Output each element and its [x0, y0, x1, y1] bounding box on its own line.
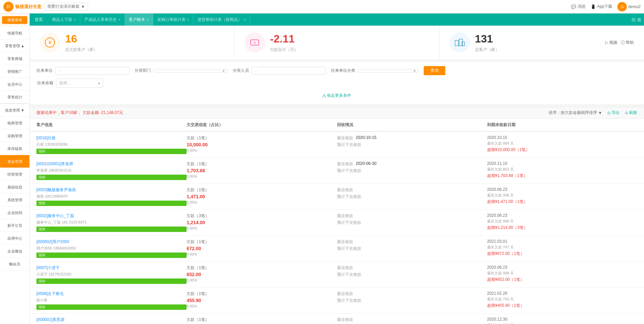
customer-name-link-3[interactable]: [0003]畅捷服务尹海燕: [36, 187, 187, 193]
customer-name-link-5[interactable]: [000002]用户2050: [36, 239, 187, 245]
collapse-filter-btn[interactable]: ⋀ 收起更多条件: [36, 91, 637, 100]
customer-contact-7: 陈小希: [36, 298, 187, 303]
manager-filter: 分管人员 ···: [233, 67, 326, 75]
recovery-info-7: 最近收款 预计下次收款: [337, 291, 487, 310]
sidebar-item-enterprise-wechat[interactable]: 企业微信: [0, 245, 29, 258]
unit-category-filter: 往来单位分类 ▼: [331, 68, 419, 73]
overdue-info-3: 2020.06.23 最长欠款 998 天 超期¥1,471.00（1笔）: [487, 187, 637, 206]
overdue-amount-link-5[interactable]: 超期¥672.00（1笔）: [487, 251, 637, 257]
customer-contact-4: 服务中心_丁磊 181 0125 8371: [36, 220, 187, 225]
tab-customer-account[interactable]: 客户账本 ×: [125, 13, 153, 26]
debt-info-3: 欠款（1笔） 1,471.00 0.00%: [187, 187, 337, 206]
sort-button[interactable]: 排序：按欠款金额倒序排序 ▼: [549, 110, 602, 116]
sidebar-item-basic-info[interactable]: 基础信息: [0, 181, 29, 194]
debt-amount-3[interactable]: 1,471.00: [187, 194, 337, 199]
customer-contact-1: 吕俊 13026203696: [36, 142, 187, 147]
balance-chevron: ▼: [97, 81, 101, 85]
tab-bar: 首页 商品上下架 × 产成品入库单历史 × 客户账本 × 采购订单统计表 ×: [30, 13, 644, 26]
sidebar-item-system[interactable]: 系统管理: [0, 194, 29, 206]
result-text: 搜索结果中，客户16家， 欠款金额 -21,148.07元: [36, 110, 123, 116]
table-row: [000001]黄思源 黄思源 13552700226 现销 欠款（1笔） 42…: [30, 314, 644, 324]
manager-input[interactable]: ···: [252, 67, 326, 75]
table-row: [0006]去下粮仓 陈小希 现销 欠款（1笔） 455.90 0.00% 最近…: [30, 288, 644, 314]
sidebar-item-app-center[interactable]: 应用中心: [0, 232, 29, 245]
unit-category-input[interactable]: ▼: [358, 69, 419, 72]
sidebar-item-quick-nav[interactable]: 快捷导航: [0, 27, 29, 39]
content-area: ¥ 16 总欠款客户（家） ¥ -2.11 欠款合计（万）: [30, 26, 644, 324]
tab-close-products[interactable]: ×: [74, 18, 76, 22]
tab-close-purchase-stats[interactable]: ×: [244, 18, 246, 22]
debtors-icon: ¥: [40, 32, 60, 53]
header-customer-info: 客户信息: [36, 122, 187, 128]
table-row: [000002]用户2050 用户2050 18665062050 现销 欠款（…: [30, 236, 644, 262]
department-input[interactable]: ▼: [153, 69, 228, 72]
sidebar-item-batch-mgmt[interactable]: 批发管理 ▼: [0, 104, 29, 117]
debt-amount-4[interactable]: 1,214.00: [187, 220, 337, 225]
sidebar-item-marketing[interactable]: 营销推广: [0, 65, 29, 78]
sidebar-item-finance[interactable]: 资金管理: [0, 155, 29, 168]
customer-tag-5: 现销: [36, 253, 187, 258]
tab-purchase-order[interactable]: 采购订单统计表 ×: [153, 13, 194, 26]
recovery-info-4: 最近收款 预计下次收款: [337, 213, 487, 232]
tab-close-history[interactable]: ×: [118, 18, 120, 22]
refresh-button[interactable]: ⊙ 刷新: [625, 110, 637, 116]
tab-expand-icon[interactable]: ⊞: [637, 17, 641, 22]
sidebar-item-retail-mgmt[interactable]: 零售管理 ▲: [0, 39, 29, 52]
export-button[interactable]: ⊙ 导出: [607, 110, 620, 116]
sort-chevron-icon: ▼: [598, 111, 602, 115]
source-unit-input[interactable]: ···: [55, 67, 130, 75]
sidebar-item-ecommerce[interactable]: 电商管理: [0, 117, 29, 129]
debt-amount-1[interactable]: 10,000.00: [187, 142, 337, 147]
view-video-btn[interactable]: ▷ 视频: [605, 40, 617, 46]
tab-purchase-stats[interactable]: 进货单统计表（按商品） ×: [193, 13, 250, 26]
industry-selector[interactable]: 母婴行业演示账套 ▼: [44, 3, 88, 10]
tab-close-customer[interactable]: ×: [147, 18, 149, 22]
debt-amount-2[interactable]: 1,703.68: [187, 168, 337, 173]
overdue-amount-link-6[interactable]: 超期¥652.00（1笔）: [487, 277, 637, 283]
overdue-amount-link-1[interactable]: 超期¥10,000.00（1笔）: [487, 147, 637, 153]
tab-minimize-icon[interactable]: ⊟: [632, 17, 636, 22]
sidebar-item-enterprise-coop[interactable]: 企业协同: [0, 206, 29, 219]
app-download-action[interactable]: 📱 App下载: [591, 4, 612, 9]
sidebar-item-ops[interactable]: 经营管理: [0, 168, 29, 181]
customer-name-link-7[interactable]: [0006]去下粮仓: [36, 291, 187, 297]
overdue-amount-link-3[interactable]: 超期¥1,471.00（1笔）: [487, 199, 637, 205]
customer-name-link-4[interactable]: [0002]服务中心_丁磊: [36, 213, 187, 219]
debt-amount-5[interactable]: 672.00: [187, 246, 337, 251]
message-action[interactable]: 💬 消息: [571, 4, 586, 9]
debt-info-5: 欠款（1笔） 672.00 0.00%: [187, 239, 337, 258]
tab-home[interactable]: 首页: [30, 13, 48, 26]
overdue-amount-link-2[interactable]: 超期¥1,703.68（1笔）: [487, 173, 637, 179]
search-menu-button[interactable]: 搜索菜单: [2, 16, 27, 24]
overdue-info-2: 2020.11.15 最长欠款 853 天 超期¥1,703.68（1笔）: [487, 161, 637, 180]
user-action[interactable]: D demo2: [617, 2, 641, 11]
overdue-amount-link-7[interactable]: 超期¥455.90（1笔）: [487, 303, 637, 308]
overdue-info-4: 2020.06.23 最长欠款 998 天 超期¥1,214.00（3笔）: [487, 213, 637, 232]
customer-name-link-2[interactable]: [0001020001]李老师: [36, 161, 187, 167]
sidebar-item-inventory[interactable]: 库存核算: [0, 142, 29, 155]
debt-amount-6[interactable]: 652.00: [187, 272, 337, 277]
help-btn[interactable]: ⓘ 帮助: [621, 40, 634, 46]
customer-name-link-1[interactable]: [0016]吕俊: [36, 135, 187, 141]
sidebar-item-retail-stats[interactable]: 零售统计: [0, 91, 29, 104]
sidebar-item-purchase[interactable]: 采购管理: [0, 129, 29, 142]
customer-name-link-6[interactable]: [0007]小进干: [36, 265, 187, 271]
tab-close-purchase[interactable]: ×: [187, 18, 189, 22]
sidebar-item-retail-store[interactable]: 零售商城: [0, 52, 29, 65]
search-button[interactable]: 查询: [424, 66, 445, 75]
customer-name-link-8[interactable]: [000001]黄思源: [36, 317, 187, 323]
filter-area: 往来单位 ··· 分管部门 ▼: [30, 62, 644, 104]
data-table: 客户信息 欠交易信息（占比） 回收情况 到期未收款日期 [0016]吕俊 吕俊 …: [30, 119, 644, 324]
customer-contact-5: 用户2050 18665062050: [36, 246, 187, 251]
tab-products-off[interactable]: 商品上下架 ×: [48, 13, 80, 26]
debt-info-8: 欠款（1笔） 429.00 0.00%: [187, 317, 337, 324]
sidebar-item-member-plus[interactable]: 畅会员: [0, 258, 29, 270]
debt-amount-7[interactable]: 455.90: [187, 298, 337, 303]
stat-card-total-debt: ¥ -2.11 欠款合计（万）: [234, 26, 439, 59]
sidebar-item-member[interactable]: 会员中心: [0, 78, 29, 91]
sidebar-item-new-guide[interactable]: 新手引导: [0, 219, 29, 232]
total-debt-value: -2.11: [270, 32, 298, 45]
balance-input[interactable]: 选择... ▼: [56, 79, 103, 88]
overdue-amount-link-4[interactable]: 超期¥1,214.00（3笔）: [487, 225, 637, 231]
tab-product-history[interactable]: 产成品入库单历史 ×: [80, 13, 125, 26]
